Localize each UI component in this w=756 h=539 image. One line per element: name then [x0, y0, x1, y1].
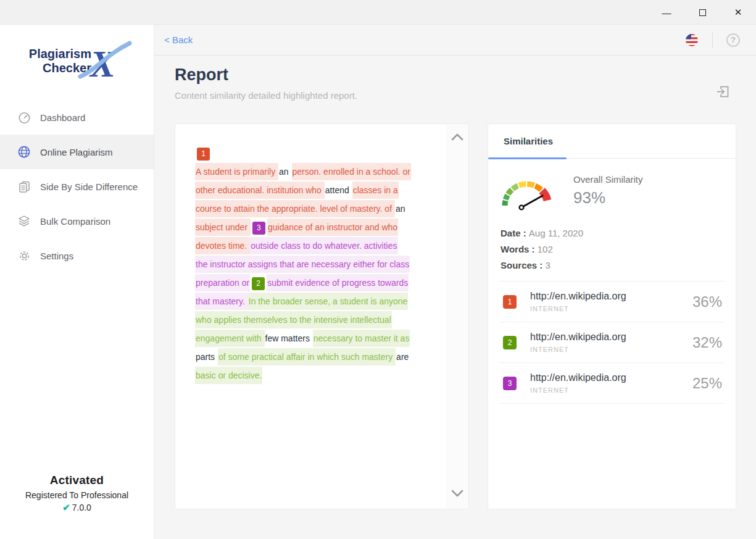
report-header: Report Content similarity detailed highl… [175, 65, 357, 101]
meta-value: 102 [538, 244, 553, 254]
tab-similarities[interactable]: Similarities [504, 136, 553, 146]
highlighted-text-s1: guidance of an instructor and who [267, 219, 398, 236]
meta-value: Aug 11, 2020 [529, 228, 583, 238]
back-link[interactable]: < Back [164, 35, 193, 45]
meta-label: Date : [501, 228, 529, 238]
documents-icon [17, 180, 31, 193]
activation-version: 7.0.0 [72, 503, 91, 512]
document-line: A student is primarily an person. enroll… [195, 162, 468, 181]
highlighted-text-s3: the instructor assigns that are necessar… [195, 256, 410, 273]
help-icon[interactable]: ? [726, 33, 740, 47]
document-line: preparation or2submit evidence of progre… [195, 274, 468, 292]
app-logo: Plagiarism Checker X [0, 25, 154, 83]
check-icon: ✔ [62, 502, 70, 513]
similarities-tabbar: Similarities [488, 124, 736, 159]
scroll-up-icon[interactable] [451, 133, 464, 144]
highlighted-text-s2: who applies themselves to the intensive … [195, 311, 392, 328]
plain-text: attend [325, 182, 352, 199]
sidebar-item-settings[interactable]: Settings [0, 238, 154, 273]
activation-status: Activated Registered To Professional ✔ 7… [0, 474, 154, 513]
similarity-gauge-icon [498, 169, 560, 213]
maximize-icon [699, 9, 706, 16]
source-number-badge: 2 [503, 336, 517, 349]
document-text: 1A student is primarily an person. enrol… [175, 124, 468, 385]
document-line: other educational. institution who atten… [195, 181, 468, 199]
dashboard-gauge-icon [17, 111, 31, 124]
language-flag-icon[interactable] [685, 33, 699, 47]
source-number-badge: 1 [503, 295, 517, 309]
plain-text: parts [195, 348, 218, 366]
main-topbar: < Back ? [154, 25, 756, 56]
page-title: Report [175, 65, 357, 85]
highlighted-text-s2: In the broader sense, a student is anyon… [248, 293, 409, 310]
meta-row: Words : 102 [501, 241, 736, 257]
export-icon [715, 84, 730, 99]
highlighted-text-s2: engagement with [195, 330, 265, 347]
source-marker-1[interactable]: 1 [197, 148, 210, 161]
highlighted-text-s3: submit evidence of progress towards [267, 274, 409, 291]
document-line: that mastery. In the broader sense, a st… [195, 292, 468, 311]
source-percent: 25% [692, 375, 725, 392]
sidebar-item-side-by-side[interactable]: Side By Side Difference [0, 169, 154, 204]
source-row[interactable]: 2http://en.wikipedia.orgINTERNET32% [499, 322, 725, 363]
source-marker-3[interactable]: 3 [252, 222, 265, 235]
plain-text: are [396, 348, 409, 366]
document-line: engagement with few matters necessary to… [195, 329, 468, 348]
source-type: INTERNET [530, 346, 626, 353]
highlighted-text-s1: person. enrolled in a school. or [292, 163, 411, 180]
activation-registered: Registered To Professional [0, 490, 154, 500]
sidebar-item-label: Dashboard [40, 112, 85, 123]
sidebar-item-label: Settings [40, 251, 73, 261]
close-button[interactable]: ✕ [720, 0, 756, 25]
source-url[interactable]: http://en.wikipedia.org [530, 332, 626, 343]
source-marker-2[interactable]: 2 [252, 277, 265, 290]
overall-similarity-row: Overall Similarity 93% [488, 159, 736, 217]
highlighted-text-s1: course to attain the appropriate. level … [195, 200, 395, 217]
plain-text: few matters [265, 330, 313, 347]
plain-text: an [278, 163, 291, 180]
sidebar-item-online-plagiarism[interactable]: Online Plagiarism [0, 135, 154, 169]
sidebar-item-dashboard[interactable]: Dashboard [0, 100, 154, 135]
source-type: INTERNET [530, 305, 626, 312]
export-report-button[interactable] [715, 84, 730, 101]
svg-text:Plagiarism: Plagiarism [28, 47, 91, 61]
document-line: devotes time. outside class to do whatev… [195, 236, 468, 255]
sidebar-item-bulk-comparison[interactable]: Bulk Comparison [0, 204, 154, 238]
highlighted-text-s2: basic or decisive. [195, 367, 262, 384]
globe-icon [17, 145, 31, 159]
scroll-down-icon[interactable] [451, 489, 464, 500]
highlighted-text-s1: A student is primarily [195, 163, 278, 180]
highlighted-text-s3: outside class to do whatever. activities [250, 237, 397, 254]
source-percent: 32% [692, 334, 725, 351]
source-row[interactable]: 3http://en.wikipedia.orgINTERNET25% [499, 363, 725, 404]
source-percent: 36% [692, 293, 725, 311]
source-url[interactable]: http://en.wikipedia.org [530, 291, 626, 302]
document-scrollbar[interactable] [446, 124, 468, 509]
meta-label: Sources : [501, 260, 546, 270]
document-line: subject under 3guidance of an instructor… [195, 218, 468, 236]
active-tab-indicator [488, 157, 567, 159]
highlighted-text-s3: preparation or [195, 274, 250, 291]
document-line: the instructor assigns that are necessar… [195, 255, 468, 274]
window-titlebar: — ✕ [0, 0, 756, 25]
highlighted-text-s2: of some practical affair in which such m… [218, 348, 396, 366]
document-line: course to attain the appropriate. level … [195, 199, 468, 218]
report-meta: Date : Aug 11, 2020Words : 102Sources : … [488, 217, 736, 274]
minimize-button[interactable]: — [649, 0, 684, 25]
page-subtitle: Content similarity detailed highlighted … [175, 90, 357, 101]
document-line: who applies themselves to the intensive … [195, 311, 468, 329]
highlighted-text-s1: subject under [195, 219, 251, 236]
meta-label: Words : [501, 244, 538, 254]
activation-title: Activated [0, 474, 154, 487]
meta-value: 3 [546, 260, 550, 270]
source-url[interactable]: http://en.wikipedia.org [530, 372, 626, 383]
sidebar-item-label: Side By Side Difference [40, 182, 138, 192]
sidebar: Plagiarism Checker X Dashboard Online Pl… [0, 25, 154, 539]
source-row[interactable]: 1http://en.wikipedia.orgINTERNET36% [499, 282, 725, 322]
activation-version-row: ✔ 7.0.0 [0, 502, 154, 513]
maximize-button[interactable] [684, 0, 720, 25]
plain-text: an [395, 200, 406, 217]
source-number-badge: 3 [503, 377, 517, 390]
document-line: parts of some practical affair in which … [195, 348, 468, 366]
sidebar-item-label: Online Plagiarism [40, 147, 113, 157]
